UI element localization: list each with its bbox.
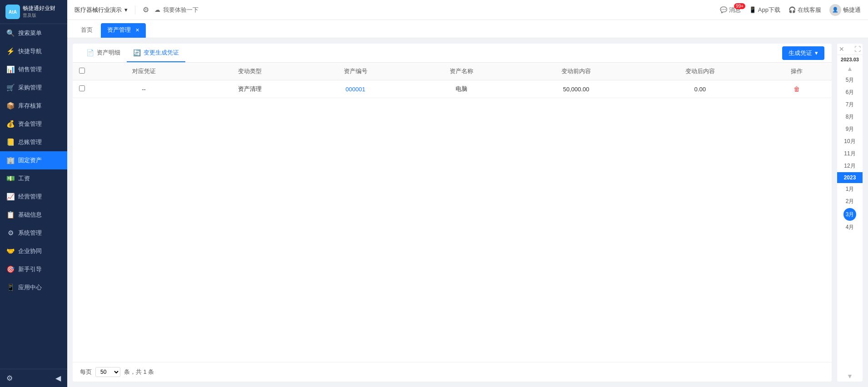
sidebar-item-app-center[interactable]: 📱 应用中心 xyxy=(0,278,67,297)
sidebar-item-operation[interactable]: 📈 经营管理 xyxy=(0,188,67,206)
date-month-item[interactable]: 3月 xyxy=(843,208,856,221)
row-asset-name-0: 电脑 xyxy=(408,80,514,98)
dropdown-icon: ▾ xyxy=(124,6,128,13)
col-voucher: 对应凭证 xyxy=(91,63,197,80)
tab-asset-label: 资产管理 xyxy=(107,26,131,33)
app-download-button[interactable]: 📱 App下载 xyxy=(749,6,780,14)
sidebar-item-search[interactable]: 🔍 搜索菜单 xyxy=(0,24,67,42)
sidebar-icon-finance: 💰 xyxy=(6,120,15,128)
tab-close-icon[interactable]: ✕ xyxy=(135,27,139,33)
row-select-0[interactable] xyxy=(79,85,85,91)
date-month-item[interactable]: 12月 xyxy=(837,160,863,172)
main-area: 医疗器械行业演示 ▾ ⚙ ☁ 我要体验一下 💬 消息 99+ 📱 App下载 🎧… xyxy=(67,0,868,387)
sidebar-label-sales: 销售管理 xyxy=(18,65,42,74)
nav-tabs: 首页 资产管理 ✕ xyxy=(67,20,868,38)
sidebar-label-inventory: 库存核算 xyxy=(18,102,42,110)
sidebar: AtA 畅捷通好业财 普及版 🔍 搜索菜单 ⚡ 快捷导航 📊 销售管理 🛒 采购… xyxy=(0,0,67,387)
date-month-item[interactable]: 5月 xyxy=(837,74,863,86)
sidebar-icon-system: ⚙ xyxy=(6,229,15,237)
sidebar-item-ledger[interactable]: 📒 总账管理 xyxy=(0,133,67,151)
cloud-icon: ☁ xyxy=(154,6,160,13)
sub-tab-asset-detail-label: 资产明细 xyxy=(97,49,120,57)
sidebar-item-sales[interactable]: 📊 销售管理 xyxy=(0,60,67,79)
topbar-divider xyxy=(135,5,135,15)
row-checkbox-0 xyxy=(73,80,91,98)
sidebar-item-enterprise[interactable]: 🤝 企业协同 xyxy=(0,242,67,260)
col-asset-name: 资产名称 xyxy=(408,63,514,80)
sidebar-item-inventory[interactable]: 📦 库存核算 xyxy=(0,97,67,115)
sidebar-item-finance[interactable]: 💰 资金管理 xyxy=(0,115,67,133)
experience-text: 我要体验一下 xyxy=(163,6,198,14)
table-container: 对应凭证 变动类型 资产编号 资产名称 变动前内容 变动后内容 操作 -- 资产… xyxy=(73,63,832,362)
sidebar-item-guide[interactable]: 🎯 新手引导 xyxy=(0,260,67,278)
username: 畅捷通 xyxy=(843,6,861,14)
date-year-item[interactable]: 2023 xyxy=(837,172,863,183)
select-all-checkbox[interactable] xyxy=(79,68,85,74)
table-icon: 📄 xyxy=(86,49,94,56)
sidebar-label-ledger: 总账管理 xyxy=(18,138,42,146)
settings-icon[interactable]: ⚙ xyxy=(143,5,149,14)
page-size-select[interactable]: 50 10 20 100 xyxy=(95,367,120,377)
date-month-item[interactable]: 10月 xyxy=(837,135,863,148)
date-month-item[interactable]: 11月 xyxy=(837,148,863,160)
sidebar-icon-app-center: 📱 xyxy=(6,283,15,292)
sub-tab-asset-detail[interactable]: 📄 资产明细 xyxy=(80,44,127,62)
row-voucher-0: -- xyxy=(91,80,197,98)
close-icon[interactable]: ✕ xyxy=(839,45,844,53)
headset-icon: 🎧 xyxy=(789,6,796,13)
col-before-change: 变动前内容 xyxy=(514,63,638,80)
sidebar-icon-quick-nav: ⚡ xyxy=(6,47,15,55)
sidebar-icon-base-info: 📋 xyxy=(6,211,15,219)
sidebar-icon-inventory: 📦 xyxy=(6,102,15,110)
sidebar-label-guide: 新手引导 xyxy=(18,265,42,273)
row-delete-icon-0[interactable]: 🗑 xyxy=(794,85,800,93)
message-button[interactable]: 💬 消息 99+ xyxy=(720,6,741,14)
date-down-arrow[interactable]: ▼ xyxy=(847,371,853,382)
sidebar-item-base-info[interactable]: 📋 基础信息 xyxy=(0,206,67,224)
sub-tab-change-voucher[interactable]: 🔄 变更生成凭证 xyxy=(127,44,185,62)
user-profile[interactable]: 👤 畅捷通 xyxy=(829,4,861,16)
sidebar-item-fixed-assets[interactable]: 🏢 固定资产 xyxy=(0,151,67,169)
date-month-item[interactable]: 1月 xyxy=(837,183,863,195)
date-month-item[interactable]: 2月 xyxy=(837,195,863,208)
sidebar-item-salary[interactable]: 💵 工资 xyxy=(0,169,67,188)
date-panel: ✕ ⛶ 2023.03 ▲ 5月6月7月8月9月10月11月12月20231月2… xyxy=(837,44,863,382)
date-month-item[interactable]: 4月 xyxy=(837,221,863,233)
sidebar-label-base-info: 基础信息 xyxy=(18,211,42,219)
sidebar-item-purchase[interactable]: 🛒 采购管理 xyxy=(0,79,67,97)
customer-service-button[interactable]: 🎧 在线客服 xyxy=(789,6,821,14)
sidebar-label-operation: 经营管理 xyxy=(18,193,42,201)
settings-icon[interactable]: ⚙ xyxy=(6,374,13,382)
sidebar-label-app-center: 应用中心 xyxy=(18,283,42,292)
date-scroll: 5月6月7月8月9月10月11月12月20231月2月3月4月 xyxy=(837,74,863,371)
row-change-type-0: 资产清理 xyxy=(197,80,303,98)
col-asset-no: 资产编号 xyxy=(303,63,408,80)
sidebar-label-system: 系统管理 xyxy=(18,229,42,237)
generate-voucher-button[interactable]: 生成凭证 ▾ xyxy=(782,46,824,60)
row-before-change-0: 50,000.00 xyxy=(514,80,638,98)
expand-icon[interactable]: ⛶ xyxy=(854,45,861,53)
date-up-arrow[interactable]: ▲ xyxy=(847,63,853,74)
topbar: 医疗器械行业演示 ▾ ⚙ ☁ 我要体验一下 💬 消息 99+ 📱 App下载 🎧… xyxy=(67,0,868,20)
experience-link[interactable]: ☁ 我要体验一下 xyxy=(154,6,198,14)
date-month-item[interactable]: 9月 xyxy=(837,123,863,135)
collapse-icon[interactable]: ◀ xyxy=(55,374,61,382)
sidebar-icon-sales: 📊 xyxy=(6,65,15,74)
sidebar-label-enterprise: 企业协同 xyxy=(18,247,42,255)
tab-asset-management[interactable]: 资产管理 ✕ xyxy=(101,23,146,38)
company-selector[interactable]: 医疗器械行业演示 ▾ xyxy=(74,6,128,14)
sidebar-label-salary: 工资 xyxy=(18,174,30,183)
date-month-item[interactable]: 6月 xyxy=(837,86,863,99)
date-month-item[interactable]: 8月 xyxy=(837,111,863,123)
sidebar-item-quick-nav[interactable]: ⚡ 快捷导航 xyxy=(0,42,67,60)
sidebar-label-search: 搜索菜单 xyxy=(18,29,42,37)
date-month-item[interactable]: 7月 xyxy=(837,99,863,111)
total-text: 条，共 1 条 xyxy=(124,368,154,376)
sidebar-item-system[interactable]: ⚙ 系统管理 xyxy=(0,224,67,242)
tab-home[interactable]: 首页 xyxy=(74,23,99,38)
refresh-icon: 🔄 xyxy=(133,49,141,56)
sidebar-label-finance: 资金管理 xyxy=(18,120,42,128)
logo-icon: AtA xyxy=(5,5,20,19)
change-table: 对应凭证 变动类型 资产编号 资产名称 变动前内容 变动后内容 操作 -- 资产… xyxy=(73,63,832,98)
pagination: 每页 50 10 20 100 条，共 1 条 xyxy=(73,362,832,382)
